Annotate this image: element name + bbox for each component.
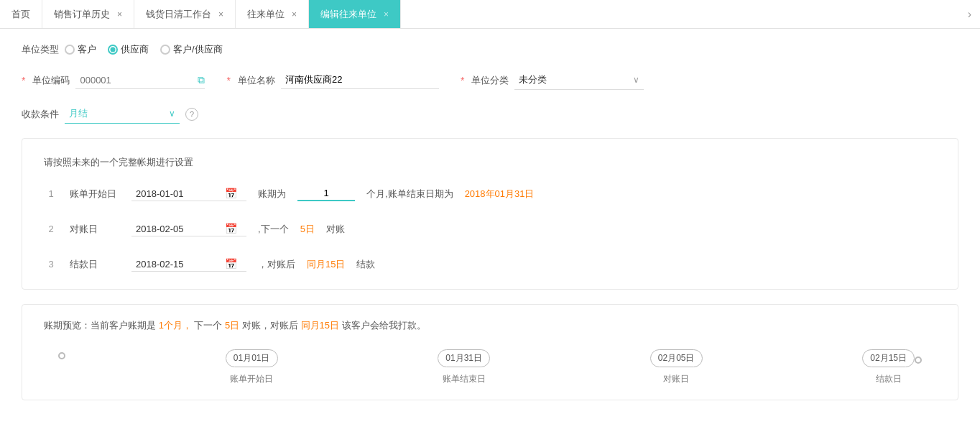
radio-customer[interactable]: 客户 [65,43,96,56]
timeline: 01月01日 账单开始日 01月31日 账单结束日 02月05日 对账日 [44,349,936,385]
unit-type-row: 单位类型 客户 供应商 客户/供应商 [22,43,958,56]
tab-cash-work-label: 钱货日清工作台 [146,8,211,21]
setting-end-date: 2018年01月31日 [465,188,535,201]
preview-text: 账期预览：当前客户账期是 1个月， 下一个 5日 对账，对账后 同月15日 该客… [44,319,936,332]
tab-cash-work[interactable]: 钱货日清工作台 × [134,0,236,28]
radio-supplier[interactable]: 供应商 [108,43,149,56]
preview-highlight3: 同月15日 [301,320,339,331]
timeline-bubble-3: 02月05日 [650,349,703,367]
preview-section: 账期预览：当前客户账期是 1个月， 下一个 5日 对账，对账后 同月15日 该客… [22,304,958,400]
calendar-icon-2[interactable]: 📅 [225,223,237,234]
unit-name-label: 单位名称 [238,74,275,87]
timeline-label-1: 账单开始日 [230,373,273,385]
preview-highlight1: 1个月， [159,320,192,331]
timeline-right-dot [915,356,922,364]
tabs-bar: 首页 销售订单历史 × 钱货日清工作台 × 往来单位 × 编辑往来单位 × › [0,0,980,29]
date-input-1: 📅 [131,186,246,201]
setting-settlement-highlight: 同月15日 [307,258,345,271]
preview-prefix: 账期预览：当前客户账期是 [44,320,156,331]
timeline-label-2: 账单结束日 [443,373,486,385]
unit-name-star: * [226,75,230,86]
unit-category-arrow-icon: ∨ [633,75,639,85]
close-sales-history-icon[interactable]: × [117,9,122,19]
date-field-3[interactable] [136,259,222,270]
setting-desc-3a: ，对账后 [258,258,295,271]
timeline-segment-2 [278,349,438,355]
settings-box: 请按照未来的一个完整帐期进行设置 1 账单开始日 📅 账期为 个月,账单结束日期… [22,138,958,290]
period-input-wrap [297,186,355,201]
calendar-icon-3[interactable]: 📅 [225,258,237,270]
date-input-3: 📅 [131,257,246,272]
setting-row-2: 2 对账日 📅 ,下一个 5日 对账 [44,221,936,236]
unit-category-value: 未分类 [519,73,629,86]
timeline-point-1: 01月01日 账单开始日 [226,349,278,385]
unit-type-radio-group: 客户 供应商 客户/供应商 [65,43,223,56]
setting-label-3: 结款日 [70,258,120,271]
timeline-label-3: 对账日 [663,373,689,385]
unit-code-label: 单位编码 [32,74,70,87]
setting-desc-2a: ,下一个 [258,223,289,236]
payment-condition-value: 月结 [69,107,165,120]
preview-suffix: 该客户会给我打款。 [342,320,426,331]
payment-condition-arrow-icon: ∨ [169,109,175,119]
payment-condition-row: 收款条件 月结 ∨ ? [22,104,958,124]
copy-icon[interactable]: ⧉ [198,74,205,86]
tab-more-button[interactable]: › [959,0,980,28]
setting-num-2: 2 [44,224,58,234]
payment-condition-dropdown[interactable]: 月结 ∨ [65,104,180,124]
preview-middle2: 对账，对账后 [242,320,298,331]
unit-info-row: * 单位编码 ⧉ * 单位名称 * 单位分类 未分类 ∨ [22,70,958,90]
radio-customer-supplier-label: 客户/供应商 [173,43,223,56]
unit-category-dropdown[interactable]: 未分类 ∨ [514,70,644,90]
date-field-1[interactable] [136,188,222,199]
close-partner-unit-icon[interactable]: × [292,9,297,19]
timeline-right-end [915,349,922,364]
tab-home[interactable]: 首页 [0,0,42,28]
calendar-icon-1[interactable]: 📅 [225,188,237,199]
unit-type-label: 单位类型 [22,43,59,56]
tab-sales-history-label: 销售订单历史 [54,8,110,21]
payment-help-icon[interactable]: ? [185,108,198,121]
unit-name-field: * 单位名称 [226,72,438,89]
timeline-label-4: 结款日 [876,373,902,385]
preview-highlight2: 5日 [225,320,239,331]
tab-edit-partner[interactable]: 编辑往来单位 × [309,0,401,28]
close-edit-partner-icon[interactable]: × [384,9,389,19]
unit-category-field: * 单位分类 未分类 ∨ [461,70,644,90]
radio-customer-supplier[interactable]: 客户/供应商 [160,43,223,56]
timeline-point-4: 02月15日 结款日 [862,349,915,385]
setting-reconcile-highlight: 5日 [300,223,315,236]
setting-desc-3b: 结款 [356,258,375,271]
radio-supplier-label: 供应商 [121,43,149,56]
unit-code-input[interactable] [75,72,198,88]
setting-row-3: 3 结款日 📅 ，对账后 同月15日 结款 [44,257,936,272]
timeline-bubble-1: 01月01日 [226,349,278,367]
setting-desc-1a: 账期为 [258,188,286,201]
tab-home-label: 首页 [11,8,30,21]
unit-category-label: 单位分类 [471,74,509,87]
unit-code-input-wrap: ⧉ [75,72,205,89]
tab-partner-unit[interactable]: 往来单位 × [236,0,309,28]
main-content: 单位类型 客户 供应商 客户/供应商 * 单位编码 [0,29,980,437]
timeline-segment-4 [703,349,863,355]
setting-num-1: 1 [44,188,58,199]
unit-code-field: * 单位编码 ⧉ [22,72,205,89]
period-input[interactable] [297,186,355,201]
setting-num-3: 3 [44,259,58,270]
timeline-point-3: 02月05日 对账日 [650,349,703,385]
settings-title: 请按照未来的一个完整帐期进行设置 [44,156,936,169]
unit-type-field: 单位类型 客户 供应商 客户/供应商 [22,43,223,56]
tab-edit-partner-label: 编辑往来单位 [320,8,376,21]
preview-middle1: 下一个 [194,320,222,331]
timeline-left-dot [58,352,65,359]
unit-name-input[interactable] [281,72,439,89]
tab-sales-history[interactable]: 销售订单历史 × [42,0,134,28]
radio-customer-label: 客户 [78,43,96,56]
timeline-bubble-2: 01月31日 [438,349,490,367]
date-field-2[interactable] [136,224,222,234]
payment-condition-field: 收款条件 月结 ∨ ? [22,104,198,124]
setting-label-2: 对账日 [70,223,120,236]
date-input-2: 📅 [131,221,246,236]
close-cash-work-icon[interactable]: × [218,9,223,19]
tab-partner-unit-label: 往来单位 [247,8,285,21]
